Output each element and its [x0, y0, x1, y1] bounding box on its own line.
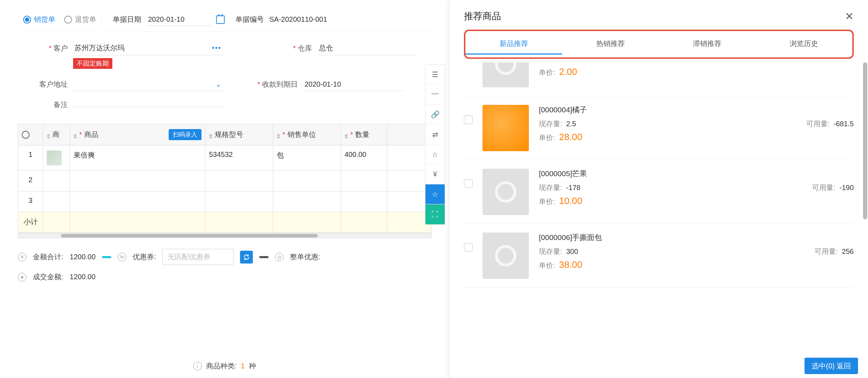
tool-chart-icon[interactable]: 〰 [425, 85, 445, 104]
tabs-highlight: 新品推荐 热销推荐 滞销推荐 浏览历史 [464, 30, 854, 59]
tab-new[interactable]: 新品推荐 [465, 34, 562, 55]
discount-label: 整单优惠: [290, 252, 321, 262]
col-spec: 规格型号 [215, 130, 243, 139]
coupon-label: 优惠券: [133, 252, 156, 262]
minus-icon [259, 256, 269, 258]
kind-unit: 种 [249, 361, 256, 371]
table-row[interactable]: 3 [18, 191, 431, 212]
v-scrollbar[interactable] [863, 62, 867, 219]
docno-label: 单据编号 [235, 15, 264, 24]
doc-type-tabs: 销货单 退货单 [18, 11, 102, 28]
product-name: [0000005]芒果 [539, 169, 854, 179]
customer-label: 客户 [18, 44, 68, 53]
duedate-label: 收款到期日 [248, 80, 298, 89]
coupon-icon: % [118, 253, 126, 261]
doc-date: 单据日期 2020-01-10 [113, 13, 225, 26]
bottom-summary: i 商品种类: 1 种 [0, 361, 449, 371]
duedate-value: 2020-01-10 [305, 80, 341, 88]
remark-label: 备注 [18, 100, 68, 109]
radio-icon [64, 16, 72, 24]
col-unit: 销售单位 [287, 130, 316, 139]
doc-number: 单据编号 SA-20200110-001 [235, 15, 327, 24]
col-pic: 商 [52, 130, 60, 139]
col-qty: 数量 [355, 130, 369, 139]
checkbox[interactable] [464, 179, 473, 188]
col-name: 商品 [84, 130, 98, 139]
coupon-input[interactable]: 无匹配优惠券 [162, 249, 234, 265]
discount-icon: ◎ [275, 253, 284, 261]
ellipsis-icon[interactable]: ••• [212, 44, 221, 52]
subtotal-row: 小计 [18, 212, 431, 233]
docno-value: SA-20200110-001 [269, 15, 327, 24]
deal-icon: ◈ [18, 273, 26, 281]
addr-input[interactable]: ⌄ [73, 78, 223, 91]
date-input[interactable]: 2020-01-10 [147, 13, 211, 26]
tool-expand-icon[interactable]: ⛶ [425, 204, 445, 224]
date-label: 单据日期 [113, 15, 141, 24]
close-icon[interactable]: ✕ [845, 10, 854, 22]
table-row[interactable]: 1 果倍爽 534532 包 400.00 [18, 145, 431, 171]
tab-sales-label: 销货单 [34, 15, 55, 24]
product-item[interactable]: 250ml 现存量: 19952 可用量: 19903 单价: 2.00 [464, 62, 854, 96]
sort-icon[interactable] [344, 134, 348, 136]
chevron-down-icon: ⌄ [215, 80, 221, 88]
refresh-button[interactable] [240, 251, 253, 264]
subtotal-label: 小计 [18, 212, 43, 233]
sort-icon[interactable] [73, 134, 77, 136]
tool-receipt-icon[interactable]: ⌂ [425, 144, 445, 164]
product-thumb [47, 150, 62, 165]
warehouse-label: 仓库 [262, 44, 312, 53]
recommend-panel: 推荐商品 ✕ 新品推荐 热销推荐 滞销推荐 浏览历史 250ml 现存量: 19… [449, 0, 868, 378]
info-icon: i [193, 362, 202, 371]
product-item[interactable]: [0000004]橘子 现存量: 2.5 可用量: -681.5 单价: 28.… [464, 96, 854, 160]
product-image [482, 62, 529, 87]
table-row[interactable]: 2 [18, 171, 431, 191]
deal-label: 成交金额: [33, 272, 63, 282]
tool-exchange-icon[interactable]: ⇄ [425, 124, 445, 144]
gear-icon[interactable] [22, 131, 30, 139]
addr-label: 客户地址 [18, 80, 68, 89]
line-items-grid: 商 *商品扫码录入 规格型号 *销售单位 *数量 1 果倍爽 534532 包 … [18, 124, 432, 238]
tab-sales[interactable]: 销货单 [23, 15, 55, 24]
tool-star-icon[interactable]: ☆ [425, 184, 445, 204]
customer-input[interactable]: 苏州万达沃尔玛 ••• [73, 41, 223, 55]
tool-note-icon[interactable]: ☰ [425, 65, 445, 85]
product-name: [0000006]手撕面包 [539, 233, 854, 242]
sort-icon[interactable] [277, 134, 280, 136]
product-item[interactable]: [0000005]芒果 现存量: -178 可用量: -190 单价: 10.0… [464, 160, 854, 224]
tab-return[interactable]: 退货单 [64, 15, 96, 24]
date-value: 2020-01-10 [148, 15, 184, 24]
duedate-input[interactable]: 2020-01-10 [303, 78, 403, 91]
radio-icon [23, 16, 31, 24]
tool-currency-icon[interactable]: ¥ [425, 164, 445, 184]
amount-label: 金额合计: [33, 252, 63, 262]
yen-icon: ¥ [18, 253, 26, 261]
product-image [482, 105, 529, 151]
scan-button[interactable]: 扫码录入 [169, 129, 201, 140]
kind-label: 商品种类: [206, 361, 237, 371]
select-return-button[interactable]: 选中(0) 返回 [805, 358, 858, 374]
h-scrollbar[interactable] [18, 233, 431, 238]
side-toolbar: ☰ 〰 🔗 ⇄ ⌂ ¥ ☆ ⛶ [425, 64, 445, 225]
warehouse-input[interactable]: 总仓 [317, 41, 417, 55]
customer-value: 苏州万达沃尔玛 [75, 43, 124, 53]
panel-title: 推荐商品 [464, 10, 501, 22]
credit-badge: 不固定账期 [73, 58, 112, 69]
sort-icon[interactable] [47, 134, 50, 136]
remark-input[interactable] [73, 102, 223, 107]
warehouse-value: 总仓 [319, 43, 333, 53]
product-list[interactable]: 250ml 现存量: 19952 可用量: 19903 单价: 2.00 [00… [450, 62, 868, 333]
calendar-icon[interactable] [216, 15, 225, 24]
tab-hot[interactable]: 热销推荐 [562, 34, 659, 55]
tab-slow[interactable]: 滞销推荐 [659, 34, 756, 55]
kind-value: 1 [241, 362, 245, 370]
sort-icon[interactable] [209, 134, 213, 136]
tab-history[interactable]: 浏览历史 [756, 34, 852, 55]
product-item[interactable]: [0000006]手撕面包 现存量: 300 可用量: 256 单价: 38.0… [464, 224, 854, 288]
checkbox[interactable] [464, 243, 473, 252]
deal-value: 1200.00 [70, 273, 96, 281]
tab-return-label: 退货单 [75, 15, 96, 24]
checkbox[interactable] [464, 116, 473, 124]
amount-value: 1200.00 [70, 253, 96, 261]
tool-link-icon[interactable]: 🔗 [425, 104, 445, 124]
